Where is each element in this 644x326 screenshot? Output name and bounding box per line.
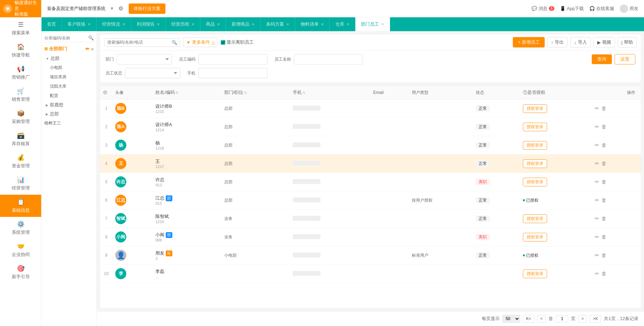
phone-input[interactable]	[198, 68, 267, 78]
import-button[interactable]: ↓ 导入	[570, 37, 591, 47]
last-page-btn[interactable]: >K	[590, 315, 601, 323]
tab-ops-close[interactable]: ✕	[122, 22, 125, 27]
auth-login-button[interactable]: 授权登录	[523, 178, 547, 186]
delete-icon[interactable]: 🗑	[601, 197, 607, 203]
emp-code-input[interactable]	[198, 54, 267, 64]
edit-icon[interactable]: ✏	[595, 142, 599, 148]
arrow-down-icon[interactable]: ▼	[110, 6, 114, 11]
delete-icon[interactable]: 🗑	[601, 215, 607, 222]
sidebar-item-basic[interactable]: 📋 基础信息	[0, 195, 41, 217]
dept-all-label[interactable]: 全部部门	[49, 46, 67, 52]
sidebar-item-enterprise[interactable]: 🤝 企业协同	[0, 239, 41, 261]
edit-icon[interactable]: ✏	[595, 215, 599, 222]
tab-history[interactable]: 经营历程 ✕	[166, 17, 200, 31]
tab-history-close[interactable]: ✕	[191, 22, 194, 27]
per-page-select[interactable]: 50 20 100	[502, 315, 520, 323]
edit-icon[interactable]: ✏	[595, 179, 599, 185]
th-phone[interactable]: 手机 ⇅	[290, 86, 371, 99]
delete-icon[interactable]: 🗑	[601, 142, 607, 148]
query-button[interactable]: 查询	[592, 54, 612, 64]
tab-customer[interactable]: 客户联络 ✕	[62, 17, 97, 31]
tab-barcode[interactable]: 条码方案 ✕	[261, 17, 295, 31]
auth-login-button[interactable]: 授权登录	[523, 159, 547, 168]
tab-new-goods[interactable]: 新增商品 ✕	[226, 17, 261, 31]
dept-section-title-shuanglu[interactable]: ▶ 双鹿想	[42, 100, 97, 109]
tab-customer-close[interactable]: ✕	[88, 22, 91, 27]
export-button[interactable]: ↑ 导出	[547, 37, 568, 47]
auth-login-button[interactable]: 授权登录	[523, 270, 547, 278]
dept-item-xiaodibu[interactable]: 小电部	[42, 63, 97, 72]
sidebar-item-inventory[interactable]: 🗃️ 库存核算	[0, 128, 41, 150]
tab-employee[interactable]: 部门员工 ✕	[355, 17, 390, 31]
edit-icon[interactable]: ✏	[595, 197, 599, 203]
view-button[interactable]: ▶ 视频	[593, 37, 615, 47]
dept-collapse-icon[interactable]: «	[91, 46, 94, 52]
tab-employee-close[interactable]: ✕	[381, 22, 384, 27]
dept-edit-icon[interactable]: ✏	[85, 46, 90, 52]
edit-icon[interactable]: ✏	[595, 234, 599, 240]
sidebar-item-purchase[interactable]: 📦 采购管理	[0, 106, 41, 128]
delete-icon[interactable]: 🗑	[601, 179, 607, 185]
more-conditions-btn[interactable]: ▼ 更多条件 △	[183, 37, 218, 47]
edit-icon[interactable]: ✏	[595, 271, 599, 277]
tab-bom-close[interactable]: ✕	[321, 22, 324, 27]
dept-search-input[interactable]	[44, 36, 88, 41]
show-resigned-checkbox[interactable]	[221, 40, 225, 45]
tab-warehouse-close[interactable]: ✕	[346, 22, 350, 27]
dept-item-zhishuwang[interactable]: 植树王三	[42, 118, 97, 128]
edit-icon[interactable]: ✏	[595, 252, 599, 258]
th-name[interactable]: 姓名/编码 ⇅	[153, 86, 221, 99]
sidebar-item-search[interactable]: ☰ 搜索菜单	[0, 17, 41, 39]
messages-item[interactable]: 💬 消息 6	[532, 6, 554, 12]
column-settings-icon[interactable]: ⚙	[103, 89, 107, 95]
edit-icon[interactable]: ✏	[595, 160, 599, 167]
dept-item-shenyang[interactable]: 沈阳大库	[42, 82, 97, 91]
th-dept[interactable]: 部门/职位 ⇅	[221, 86, 290, 99]
tab-profit-close[interactable]: ✕	[157, 22, 160, 27]
dept-item-peihuo[interactable]: 配货	[42, 91, 97, 100]
tab-bom[interactable]: 物料清单 ✕	[295, 17, 330, 31]
next-page-btn[interactable]: >	[578, 315, 587, 323]
gear-icon[interactable]: ⚙	[118, 5, 123, 12]
prev-page-btn[interactable]: <	[537, 315, 546, 323]
settings-button[interactable]: 设置	[615, 54, 635, 64]
tab-barcode-close[interactable]: ✕	[286, 22, 289, 27]
auth-login-button[interactable]: 授权登录	[523, 104, 547, 113]
first-page-btn[interactable]: K<	[523, 315, 534, 323]
sidebar-item-system[interactable]: ⚙️ 系统管理	[0, 217, 41, 239]
sidebar-item-operations[interactable]: 📊 经营管理	[0, 173, 41, 195]
user-item[interactable]: 用友	[620, 5, 638, 13]
delete-icon[interactable]: 🗑	[601, 124, 607, 130]
delete-icon[interactable]: 🗑	[601, 160, 607, 167]
dept-section-title-zongbu2[interactable]: ▶ 总部	[42, 109, 97, 118]
emp-name-input[interactable]	[294, 54, 363, 64]
delete-icon[interactable]: 🗑	[601, 252, 607, 258]
status-select[interactable]	[125, 68, 180, 78]
app-download-item[interactable]: 📱 App下载	[560, 6, 584, 12]
trial-button[interactable]: 体验行业方案	[129, 3, 165, 14]
delete-icon[interactable]: 🗑	[601, 105, 607, 112]
sidebar-item-sales[interactable]: 🛒 销售管理	[0, 84, 41, 106]
edit-icon[interactable]: ✏	[595, 124, 599, 130]
add-employee-button[interactable]: + 新增员工	[513, 37, 544, 47]
page-number-input[interactable]	[556, 315, 568, 322]
tab-operations[interactable]: 经营情况 ✕	[97, 17, 131, 31]
dept-select[interactable]	[117, 54, 172, 64]
tab-new-goods-close[interactable]: ✕	[252, 22, 255, 27]
delete-icon[interactable]: 🗑	[601, 234, 607, 240]
dept-section-title-zongbu[interactable]: ▼ 总部	[42, 54, 97, 63]
support-item[interactable]: 🎧 在线客服	[589, 6, 614, 12]
auth-login-button[interactable]: 授权登录	[523, 123, 547, 131]
help-button[interactable]: | 帮助	[618, 37, 637, 47]
tab-warehouse[interactable]: 仓库 ✕	[330, 17, 355, 31]
sidebar-item-nav[interactable]: 🏠 快捷导航	[0, 39, 41, 62]
edit-icon[interactable]: ✏	[595, 105, 599, 112]
dept-item-project[interactable]: 项目库房	[42, 72, 97, 82]
sidebar-item-marketing[interactable]: 📢 营销推广	[0, 62, 41, 84]
sidebar-item-guide[interactable]: 🎯 新手引导	[0, 261, 41, 283]
auth-login-button[interactable]: 授权登录	[523, 214, 547, 223]
filter-search-input[interactable]	[107, 40, 170, 45]
delete-icon[interactable]: 🗑	[601, 271, 607, 277]
tab-goods[interactable]: 商品 ✕	[200, 17, 226, 31]
tab-goods-close[interactable]: ✕	[217, 22, 220, 27]
